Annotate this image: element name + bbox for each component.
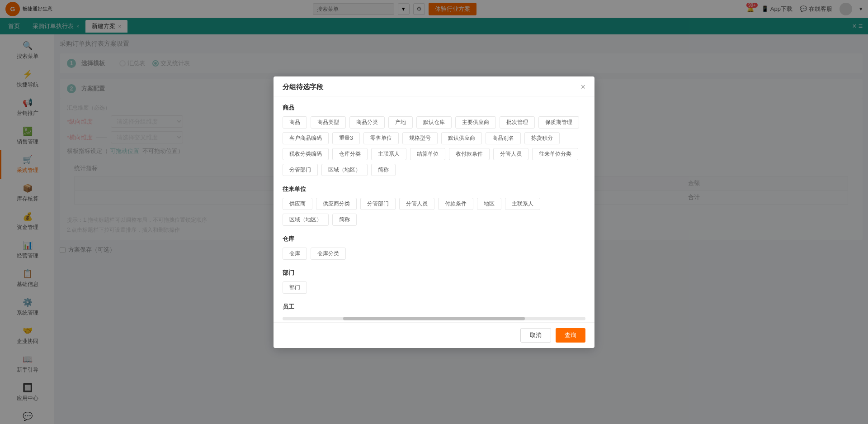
modal-hscroll[interactable] — [274, 315, 594, 322]
field-tag-shelf-life[interactable]: 保质期管理 — [538, 116, 579, 129]
field-tag-warehouse-category[interactable]: 仓库分类 — [332, 148, 368, 160]
field-tag-counterpart-dept[interactable]: 分管部门 — [360, 198, 396, 210]
field-tag-weight3[interactable]: 重量3 — [332, 132, 360, 144]
field-tag-supplier-category[interactable]: 供应商分类 — [316, 198, 357, 210]
section-department: 部门 部门 — [283, 269, 585, 294]
field-tag-region-area2[interactable]: 区域（地区） — [283, 214, 329, 226]
section-warehouse: 仓库 仓库 仓库分类 — [283, 235, 585, 260]
field-tag-batch-mgmt[interactable]: 批次管理 — [500, 116, 535, 129]
field-tag-product-category[interactable]: 商品分类 — [349, 116, 385, 129]
fields-grid-counterpart: 供应商 供应商分类 分管部门 分管人员 付款条件 地区 主联系人 区域（地区） … — [283, 198, 585, 226]
field-tag-product-alias[interactable]: 商品别名 — [486, 132, 521, 144]
modal-title: 分组待选字段 — [283, 83, 323, 91]
modal-footer: 取消 查询 — [274, 322, 594, 348]
field-tag-supplier[interactable]: 供应商 — [283, 198, 312, 210]
cancel-button[interactable]: 取消 — [520, 328, 551, 343]
fields-grid-department: 部门 — [283, 281, 585, 294]
section-product: 商品 商品 商品类型 商品分类 产地 默认仓库 主要供应商 批次管理 保质期管理… — [283, 104, 585, 176]
field-tag-counterpart-category[interactable]: 往来单位分类 — [532, 148, 578, 160]
field-tag-retail-unit[interactable]: 零售单位 — [363, 132, 399, 144]
modal-close-button[interactable]: × — [580, 83, 585, 91]
field-tag-region-area[interactable]: 区域（地区） — [321, 164, 368, 176]
section-title-warehouse: 仓库 — [283, 235, 585, 243]
field-tag-payment-cond[interactable]: 付款条件 — [438, 198, 473, 210]
fields-grid-product: 商品 商品类型 商品分类 产地 默认仓库 主要供应商 批次管理 保质期管理 客户… — [283, 116, 585, 176]
section-staff: 员工 业务员 — [283, 303, 585, 315]
section-title-counterpart: 往来单位 — [283, 185, 585, 193]
field-tag-tax-code[interactable]: 税收分类编码 — [283, 148, 329, 160]
field-tag-spec-model[interactable]: 规格型号 — [402, 132, 438, 144]
field-tag-main-contact[interactable]: 主联系人 — [371, 148, 406, 160]
field-tag-warehouse[interactable]: 仓库 — [283, 248, 307, 260]
scrollbar-track[interactable] — [283, 317, 585, 320]
field-tag-default-warehouse[interactable]: 默认仓库 — [416, 116, 452, 129]
section-counterpart: 往来单位 供应商 供应商分类 分管部门 分管人员 付款条件 地区 主联系人 区域… — [283, 185, 585, 226]
field-tag-counterpart-supervisor[interactable]: 分管人员 — [399, 198, 434, 210]
field-tag-dept[interactable]: 分管部门 — [283, 164, 318, 176]
modal-overlay: 分组待选字段 × 商品 商品 商品类型 商品分类 产地 默认仓库 主要供应商 批… — [0, 0, 868, 424]
field-tag-main-contact2[interactable]: 主联系人 — [505, 198, 540, 210]
confirm-button[interactable]: 查询 — [556, 328, 585, 343]
fields-grid-warehouse: 仓库 仓库分类 — [283, 248, 585, 260]
field-tag-default-supplier[interactable]: 默认供应商 — [441, 132, 482, 144]
modal-field-selector: 分组待选字段 × 商品 商品 商品类型 商品分类 产地 默认仓库 主要供应商 批… — [274, 76, 594, 348]
field-tag-short-name[interactable]: 简称 — [371, 164, 396, 176]
field-tag-warehouse-cat[interactable]: 仓库分类 — [311, 248, 346, 260]
modal-header: 分组待选字段 × — [274, 76, 594, 96]
field-tag-area[interactable]: 地区 — [477, 198, 501, 210]
section-title-product: 商品 — [283, 104, 585, 112]
scrollbar-thumb[interactable] — [343, 317, 525, 320]
field-tag-main-supplier[interactable]: 主要供应商 — [455, 116, 496, 129]
field-tag-product-type[interactable]: 商品类型 — [311, 116, 346, 129]
field-tag-customer-code[interactable]: 客户商品编码 — [283, 132, 329, 144]
field-tag-payment-terms[interactable]: 收付款条件 — [449, 148, 490, 160]
field-tag-department[interactable]: 部门 — [283, 281, 307, 294]
field-tag-settlement-unit[interactable]: 结算单位 — [410, 148, 445, 160]
field-tag-product[interactable]: 商品 — [283, 116, 307, 129]
section-title-staff: 员工 — [283, 303, 585, 311]
field-tag-pick-score[interactable]: 拣货积分 — [524, 132, 560, 144]
field-tag-supervisor[interactable]: 分管人员 — [493, 148, 528, 160]
section-title-department: 部门 — [283, 269, 585, 277]
field-tag-origin[interactable]: 产地 — [388, 116, 413, 129]
field-tag-short-name2[interactable]: 简称 — [332, 214, 357, 226]
modal-body[interactable]: 商品 商品 商品类型 商品分类 产地 默认仓库 主要供应商 批次管理 保质期管理… — [274, 96, 594, 315]
